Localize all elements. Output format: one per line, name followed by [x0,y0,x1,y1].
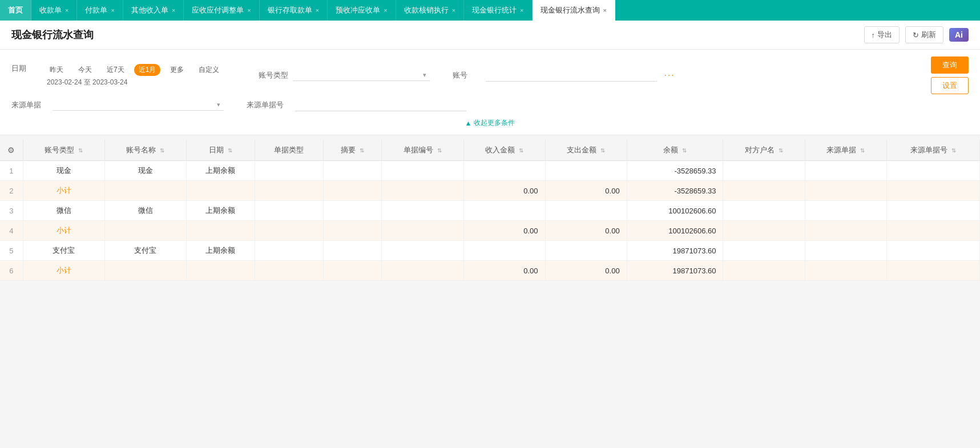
nav-payment-label: 付款单 [85,5,107,15]
col-settings[interactable]: ⚙ [0,140,23,161]
nav-payment[interactable]: 付款单 × [77,0,123,21]
nav-cash-bank-stat[interactable]: 现金银行统计 × [464,0,532,21]
sort-summary-icon: ⇅ [360,147,364,154]
sort-account-type-icon: ⇅ [78,147,83,154]
col-date[interactable]: 日期 ⇅ [186,140,255,161]
nav-cash-bank-stat-label: 现金银行统计 [472,5,517,15]
col-source-doc-no-label: 来源单据号 [910,146,947,154]
col-balance[interactable]: 余额 ⇅ [627,140,723,161]
col-account-name[interactable]: 账号名称 ⇅ [104,140,186,161]
header-actions: ↑ 导出 ↻ 刷新 Ai [864,26,969,43]
account-input[interactable] [486,69,657,82]
nav-ap-adjust[interactable]: 应收应付调整单 × [184,0,259,21]
col-source-doc-no[interactable]: 来源单据号 ⇅ [886,140,979,161]
nav-ap-adjust-close[interactable]: × [247,7,251,14]
nav-cash-bank-flow-label: 现金银行流水查询 [541,5,600,15]
col-income[interactable]: 收入金额 ⇅ [463,140,545,161]
date-custom[interactable]: 自定义 [193,63,224,76]
col-account-type-label: 账号类型 [45,146,74,154]
nav-cash-bank-stat-close[interactable]: × [520,7,523,14]
table-row: 6小计0.000.0019871073.60 [0,261,980,281]
nav-cash-bank-flow-close[interactable]: × [603,7,607,14]
sort-expense-icon: ⇅ [600,147,605,154]
col-doc-no-label: 单据编号 [404,146,433,154]
filter-row-1: 日期 昨天 今天 近7天 近1月 更多 自定义 2023-02-24 至 202… [11,56,969,94]
col-counterpart[interactable]: 对方户名 ⇅ [723,140,805,161]
date-yesterday[interactable]: 昨天 [45,63,68,76]
nav-other-income[interactable]: 其他收入单 × [123,0,184,21]
date-shortcuts: 昨天 今天 近7天 近1月 更多 自定义 [45,63,224,76]
refresh-button[interactable]: ↻ 刷新 [905,26,943,43]
source-doc-arrow-icon: ▾ [217,101,220,108]
nav-home[interactable]: 首页 [0,0,31,21]
col-summary[interactable]: 摘要 ⇅ [324,140,382,161]
top-navigation: 首页 收款单 × 付款单 × 其他收入单 × 应收应付调整单 × 银行存取款单 … [0,0,980,21]
ai-badge[interactable]: Ai [949,28,969,42]
search-button[interactable]: 查询 [931,56,969,74]
nav-cash-bank-flow[interactable]: 现金银行流水查询 × [533,0,615,21]
col-source-doc[interactable]: 来源单据 ⇅ [805,140,886,161]
nav-collect-exec-label: 收款核销执行 [404,5,449,15]
col-counterpart-label: 对方户名 [745,146,775,154]
nav-collect-exec[interactable]: 收款核销执行 × [396,0,464,21]
table-settings-icon[interactable]: ⚙ [7,146,15,155]
nav-advance-offset-label: 预收冲应收单 [336,5,380,15]
col-doc-type[interactable]: 单据类型 [255,140,323,161]
nav-collect-exec-close[interactable]: × [452,7,455,14]
table-row: 4小计0.000.00100102606.60 [0,221,980,241]
col-expense-label: 支出金额 [567,146,596,154]
table-row: 1现金现金上期余额-3528659.33 [0,161,980,181]
sort-source-doc-no-icon: ⇅ [951,147,956,154]
nav-other-income-close[interactable]: × [172,7,175,14]
nav-payment-close[interactable]: × [111,7,114,14]
nav-advance-offset-close[interactable]: × [384,7,387,14]
refresh-icon: ↻ [913,31,919,39]
nav-receipt[interactable]: 收款单 × [31,0,77,21]
date-1month[interactable]: 近1月 [134,64,161,76]
nav-advance-offset[interactable]: 预收冲应收单 × [328,0,396,21]
table-container: ⚙ 账号类型 ⇅ 账号名称 ⇅ 日期 ⇅ 单据类型 摘要 [0,140,980,281]
col-expense[interactable]: 支出金额 ⇅ [545,140,627,161]
date-label: 日期 [11,63,40,74]
account-type-arrow-icon: ▾ [423,71,426,79]
sort-income-icon: ⇅ [519,147,523,154]
date-range: 2023-02-24 至 2023-03-24 [47,78,224,87]
collapse-up-icon: ▲ [465,119,472,127]
source-doc-select[interactable]: ▾ [53,99,224,111]
date-more[interactable]: 更多 [165,63,189,76]
collapse-label: 收起更多条件 [474,118,515,128]
date-7days[interactable]: 近7天 [102,63,130,76]
nav-bank-deposit[interactable]: 银行存取款单 × [260,0,328,21]
sort-account-name-icon: ⇅ [160,147,164,154]
col-doc-no[interactable]: 单据编号 ⇅ [382,140,463,161]
filter-row-2: 来源单据 ▾ 来源单据号 [11,99,969,111]
col-account-name-label: 账号名称 [126,146,156,154]
col-source-doc-label: 来源单据 [826,146,856,154]
col-balance-label: 余额 [663,146,678,154]
filter-area: 日期 昨天 今天 近7天 近1月 更多 自定义 2023-02-24 至 202… [0,50,980,135]
data-table: ⚙ 账号类型 ⇅ 账号名称 ⇅ 日期 ⇅ 单据类型 摘要 [0,140,980,281]
account-more-icon[interactable]: ··· [664,70,675,80]
export-icon: ↑ [872,31,876,39]
refresh-label: 刷新 [921,30,936,40]
source-doc-num-input[interactable] [295,99,466,111]
page-header: 现金银行流水查询 ↑ 导出 ↻ 刷新 Ai [0,21,980,50]
col-account-type[interactable]: 账号类型 ⇅ [23,140,104,161]
nav-receipt-label: 收款单 [39,5,62,15]
table-body: 1现金现金上期余额-3528659.332小计0.000.00-3528659.… [0,161,980,281]
page-title: 现金银行流水查询 [11,28,94,42]
table-header-row: ⚙ 账号类型 ⇅ 账号名称 ⇅ 日期 ⇅ 单据类型 摘要 [0,140,980,161]
settings-button[interactable]: 设置 [931,77,969,94]
action-buttons: 查询 设置 [931,56,969,94]
col-doc-type-label: 单据类型 [274,146,304,154]
export-button[interactable]: ↑ 导出 [864,26,900,43]
account-label: 账号 [453,70,481,80]
date-today[interactable]: 今天 [73,63,97,76]
nav-bank-deposit-close[interactable]: × [316,7,319,14]
table-row: 5支付宝支付宝上期余额19871073.60 [0,241,980,261]
account-type-select[interactable]: ▾ [293,70,430,81]
collapse-bar[interactable]: ▲ 收起更多条件 [11,116,969,129]
nav-receipt-close[interactable]: × [65,7,68,14]
sort-doc-no-icon: ⇅ [437,147,442,154]
sort-counterpart-icon: ⇅ [779,147,783,154]
